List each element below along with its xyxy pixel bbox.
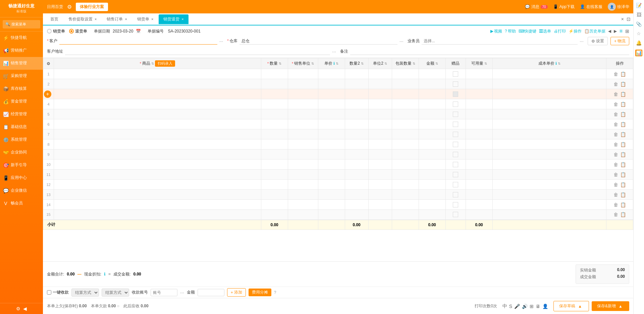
active-sales-unit-cell[interactable] (288, 89, 318, 99)
quantity2-cell[interactable] (345, 170, 368, 180)
gift-checkbox[interactable] (453, 192, 458, 197)
product-cell[interactable] (54, 99, 261, 109)
available-cell[interactable] (466, 149, 492, 160)
copy-row-button[interactable]: 📋 (620, 132, 626, 137)
unit-price-cell[interactable] (318, 79, 345, 89)
tab-sales-return[interactable]: 销货退货 × (159, 14, 188, 24)
th-settings[interactable]: ⚙ (43, 58, 54, 69)
copy-row-button[interactable]: 📋 (620, 182, 626, 187)
next-record-icon[interactable]: ▶ (614, 29, 617, 34)
sidebar-item-purchase[interactable]: 🛒 采购管理 (0, 70, 43, 82)
copy-row-button[interactable]: 📋 (620, 102, 626, 107)
question-icon[interactable]: ? (274, 290, 276, 295)
save-draft-button[interactable]: 保存草稿 ▲ (553, 301, 589, 311)
account-number-input[interactable] (151, 289, 177, 296)
tab-price-setting-close[interactable]: × (95, 17, 97, 21)
gift-checkbox[interactable] (453, 142, 458, 147)
tab-sales-delivery-close[interactable]: × (151, 17, 153, 21)
package-qty-cell[interactable] (392, 190, 419, 200)
package-qty-cell[interactable] (392, 79, 419, 89)
tab-sales-order-close[interactable]: × (125, 17, 127, 21)
warehouse-input[interactable] (239, 38, 397, 45)
amount-cell[interactable] (419, 149, 445, 160)
copy-row-button[interactable]: 📋 (620, 152, 626, 157)
unit-price-cell[interactable] (318, 200, 345, 210)
unit2-cell[interactable] (368, 119, 392, 129)
active-amount-cell[interactable] (419, 89, 445, 99)
gift-checkbox[interactable] (453, 132, 458, 137)
sales-unit-cell[interactable] (288, 180, 318, 190)
package-qty-cell[interactable] (392, 210, 419, 220)
barcode-scan-button[interactable]: 扫码录入 (155, 60, 175, 67)
unit-price-cell[interactable] (318, 210, 345, 220)
user-profile-item[interactable]: 👤 徐泽华 (608, 3, 629, 11)
amount-cell[interactable] (419, 119, 445, 129)
product-cell[interactable] (54, 129, 261, 139)
right-panel-image-icon[interactable]: 🖼 (637, 12, 641, 17)
cost-price-cell[interactable] (492, 99, 606, 109)
video-link[interactable]: ▶视频 (490, 28, 502, 34)
gift-checkbox[interactable] (453, 102, 458, 107)
quantity-cell[interactable] (261, 160, 288, 170)
package-qty-cell[interactable] (392, 109, 419, 119)
unit-price-cell[interactable] (318, 109, 345, 119)
amount-cell[interactable] (419, 170, 445, 180)
discount-info-icon[interactable]: ℹ (104, 272, 106, 276)
header-settings-button[interactable]: ⚙ (67, 4, 72, 10)
sidebar-item-marketing[interactable]: 📢 营销推广 (0, 44, 43, 57)
available-sort-icon[interactable]: ⇅ (484, 62, 487, 65)
quantity-cell[interactable] (261, 119, 288, 129)
prev-record-icon[interactable]: ◀ (608, 29, 611, 34)
cost-price-cell[interactable] (492, 200, 606, 210)
available-cell[interactable] (466, 190, 492, 200)
cost-price-sort-icon[interactable]: ⇅ (558, 62, 560, 65)
available-cell[interactable] (466, 170, 492, 180)
quantity-cell[interactable] (261, 210, 288, 220)
unit2-cell[interactable] (368, 210, 392, 220)
quantity2-cell[interactable] (345, 99, 368, 109)
amount-cell[interactable] (419, 180, 445, 190)
cost-price-cell[interactable] (492, 129, 606, 139)
copy-row-button[interactable]: 📋 (620, 212, 626, 217)
select-link[interactable]: ☰选单 (539, 28, 551, 34)
copy-row-button[interactable]: 📋 (620, 71, 626, 77)
delete-row-button[interactable]: 🗑 (613, 192, 618, 197)
address-picker-icon[interactable]: ··· (332, 49, 336, 54)
right-panel-star-icon[interactable]: ☆ (637, 31, 641, 36)
sidebar-item-operations[interactable]: 📈 经营管理 (0, 108, 43, 121)
unit2-cell[interactable] (368, 180, 392, 190)
product-cell[interactable] (54, 190, 261, 200)
quantity2-cell[interactable] (345, 210, 368, 220)
expense-split-button[interactable]: 费用分摊 (249, 289, 271, 296)
gift-checkbox[interactable] (453, 202, 458, 207)
cost-price-cell[interactable] (492, 210, 606, 220)
product-cell[interactable] (54, 160, 261, 170)
delete-row-button[interactable]: 🗑 (613, 182, 618, 187)
unit-price-cell[interactable] (318, 170, 345, 180)
available-cell[interactable] (466, 180, 492, 190)
quantity-cell[interactable] (261, 190, 288, 200)
quantity2-cell[interactable] (345, 149, 368, 160)
translate-icon[interactable]: S (509, 304, 512, 309)
product-cell[interactable] (54, 149, 261, 160)
quantity-cell[interactable] (261, 79, 288, 89)
package-qty-cell[interactable] (392, 69, 419, 79)
delete-row-button[interactable]: 🗑 (613, 172, 618, 177)
unit-price-cell[interactable] (318, 119, 345, 129)
gift-checkbox[interactable] (453, 182, 458, 187)
remark-input[interactable] (350, 48, 629, 55)
amount-cell[interactable] (419, 99, 445, 109)
delete-row-button[interactable]: 🗑 (613, 81, 618, 87)
quantity-cell[interactable] (261, 129, 288, 139)
quantity2-cell[interactable] (345, 200, 368, 210)
quantity-cell[interactable] (261, 139, 288, 149)
delete-row-button[interactable]: 🗑 (613, 152, 618, 157)
right-panel-bell-icon[interactable]: 🔔 (636, 40, 642, 46)
delete-row-button[interactable]: 🗑 (613, 212, 618, 217)
tab-sales-delivery[interactable]: 销货单 × (132, 14, 158, 24)
sales-unit-cell[interactable] (288, 170, 318, 180)
unit-price-cell[interactable] (318, 180, 345, 190)
active-quantity-cell[interactable] (261, 89, 288, 99)
add-row-button[interactable]: + (44, 90, 51, 98)
gift-checkbox[interactable] (453, 162, 458, 167)
